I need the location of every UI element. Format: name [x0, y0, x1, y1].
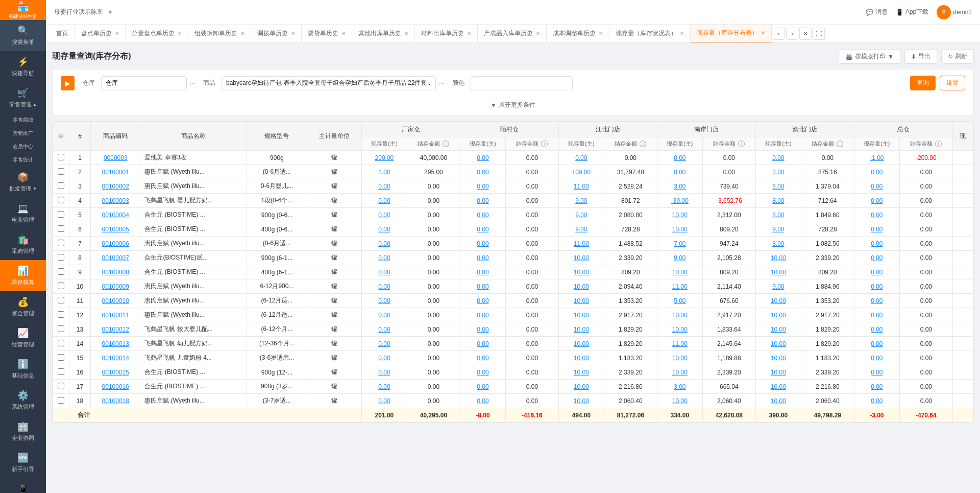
row-wh2-qty[interactable]: 0.00 — [460, 151, 505, 165]
app-download-btn[interactable]: 📱 App下载 — [896, 8, 928, 16]
row-total-qty[interactable]: 0.00 — [854, 179, 899, 194]
row-total-qty[interactable]: 0.00 — [854, 351, 899, 365]
row-code[interactable]: 00100012 — [91, 322, 140, 337]
row-wh4-qty[interactable]: 9.00 — [657, 251, 702, 265]
row-wh2-qty[interactable]: 0.00 — [460, 194, 505, 208]
row-wh5-qty[interactable]: 9.00 — [755, 279, 801, 294]
tab-expand-btn[interactable]: ⛶ — [813, 28, 825, 40]
row-wh1-qty[interactable]: 0.00 — [361, 222, 407, 237]
row-wh4-qty[interactable]: 0.00 — [657, 151, 702, 165]
row-wh1-qty[interactable]: 0.00 — [361, 337, 407, 351]
row-wh4-qty[interactable]: 10.00 — [657, 322, 702, 337]
row-wh5-qty[interactable]: 10.00 — [755, 294, 801, 308]
tab-close-icon[interactable]: ✕ — [178, 31, 182, 36]
tab-product-in[interactable]: 产成品入库单历史 ✕ — [478, 25, 547, 43]
row-wh1-qty[interactable]: 0.00 — [361, 394, 407, 408]
goods-picker-btn[interactable]: ··· — [439, 80, 444, 87]
row-total-qty[interactable]: 0.00 — [854, 337, 899, 351]
row-code[interactable]: 0000003 — [91, 151, 140, 165]
sidebar-item-system[interactable]: ⚙️ 系统管理 — [0, 385, 46, 416]
store-dropdown-icon[interactable]: ▼ — [107, 9, 113, 16]
row-code[interactable]: 00100005 — [91, 222, 140, 237]
row-wh5-qty[interactable]: 10.00 — [755, 351, 801, 365]
row-total-qty[interactable]: 0.00 — [854, 222, 899, 237]
info-icon[interactable]: i — [640, 140, 646, 147]
row-wh1-qty[interactable]: 0.00 — [361, 308, 407, 322]
row-wh1-qty[interactable]: 0.00 — [361, 279, 407, 294]
row-total-qty[interactable]: 0.00 — [854, 265, 899, 279]
row-checkbox[interactable] — [53, 380, 69, 394]
sidebar-item-basic[interactable]: ℹ️ 基础信息 — [0, 354, 46, 385]
row-wh1-qty[interactable]: 0.00 — [361, 194, 407, 208]
row-wh2-qty[interactable]: 0.00 — [460, 251, 505, 265]
tab-close-icon[interactable]: ✕ — [341, 31, 346, 36]
settings-btn[interactable]: 设置 — [940, 76, 965, 90]
row-code[interactable]: 00100009 — [91, 279, 140, 294]
info-icon[interactable]: i — [837, 140, 843, 147]
row-wh5-qty[interactable]: 10.00 — [755, 337, 801, 351]
tab-close-icon[interactable]: ✕ — [536, 31, 540, 36]
row-wh2-qty[interactable]: 0.00 — [460, 365, 505, 380]
row-checkbox[interactable] — [53, 294, 69, 308]
row-wh4-qty[interactable]: 5.00 — [657, 294, 702, 308]
col-settings[interactable]: ⚙ — [53, 122, 69, 151]
row-code[interactable]: 00100003 — [91, 194, 140, 208]
tab-close-icon[interactable]: ✕ — [680, 31, 684, 36]
row-wh5-qty[interactable]: 10.00 — [755, 251, 801, 265]
sidebar-item-operations[interactable]: 📈 经营管理 — [0, 322, 46, 354]
info-icon[interactable]: i — [443, 140, 449, 147]
row-wh3-qty[interactable]: 11.00 — [558, 179, 604, 194]
row-checkbox[interactable] — [53, 279, 69, 294]
row-wh5-qty[interactable]: 8.00 — [755, 194, 801, 208]
row-wh3-qty[interactable]: 10.00 — [558, 294, 604, 308]
row-wh4-qty[interactable]: 10.00 — [657, 351, 702, 365]
row-wh3-qty[interactable]: 9.00 — [558, 194, 604, 208]
row-wh3-qty[interactable]: 10.00 — [558, 251, 604, 265]
warehouse-input[interactable] — [101, 76, 187, 90]
row-wh5-qty[interactable]: 9.00 — [755, 222, 801, 237]
row-wh4-qty[interactable]: 10.00 — [657, 208, 702, 222]
row-wh2-qty[interactable]: 0.00 — [460, 380, 505, 394]
row-wh5-qty[interactable]: 10.00 — [755, 380, 801, 394]
sidebar-item-nav[interactable]: ⚡ 快捷导航 — [0, 51, 46, 82]
row-code[interactable]: 00100016 — [91, 380, 140, 394]
row-wh5-qty[interactable]: 8.00 — [755, 237, 801, 251]
row-wh3-qty[interactable]: 109.00 — [558, 165, 604, 179]
tab-other-out[interactable]: 其他出库单历史 ✕ — [352, 25, 415, 43]
row-wh2-qty[interactable]: 0.00 — [460, 394, 505, 408]
row-wh3-qty[interactable]: 10.00 — [558, 322, 604, 337]
row-total-qty[interactable]: 0.00 — [854, 165, 899, 179]
sidebar-logo[interactable]: 🏪 畅捷通好生意 — [0, 0, 46, 20]
collapse-arrow-btn[interactable]: ▶ — [61, 76, 75, 90]
row-wh2-qty[interactable]: 0.00 — [460, 237, 505, 251]
row-total-qty[interactable]: 0.00 — [854, 194, 899, 208]
row-wh3-qty[interactable]: 11.00 — [558, 237, 604, 251]
row-checkbox[interactable] — [53, 165, 69, 179]
tab-close-icon[interactable]: ✕ — [240, 31, 244, 36]
row-total-qty[interactable]: 0.00 — [854, 322, 899, 337]
tab-stock-status[interactable]: 现存量（库存状况表） ✕ — [609, 25, 691, 43]
row-wh2-qty[interactable]: 0.00 — [460, 279, 505, 294]
row-checkbox[interactable] — [53, 208, 69, 222]
row-checkbox[interactable] — [53, 394, 69, 408]
user-menu[interactable]: E demo2 — [937, 5, 972, 19]
row-checkbox[interactable] — [53, 265, 69, 279]
row-wh5-qty[interactable]: 10.00 — [755, 365, 801, 380]
row-code[interactable]: 00100018 — [91, 394, 140, 408]
row-wh5-qty[interactable]: 10.00 — [755, 308, 801, 322]
row-wh3-qty[interactable]: 0.00 — [558, 151, 604, 165]
row-wh3-qty[interactable]: 10.00 — [558, 337, 604, 351]
row-total-qty[interactable]: 0.00 — [854, 251, 899, 265]
row-wh5-qty[interactable]: 10.00 — [755, 265, 801, 279]
sidebar-item-sub-retail4[interactable]: 零售统计 — [0, 153, 46, 167]
row-wh3-qty[interactable]: 10.00 — [558, 351, 604, 365]
tab-close-icon[interactable]: ✕ — [291, 31, 295, 36]
tab-cost-adjust[interactable]: 成本调整单历史 ✕ — [547, 25, 609, 43]
goods-input[interactable] — [222, 76, 436, 90]
row-wh4-qty[interactable]: 3.00 — [657, 179, 702, 194]
row-wh5-qty[interactable]: 6.00 — [755, 179, 801, 194]
sidebar-item-retail[interactable]: 🛒 零售管理 ▲ — [0, 82, 46, 113]
row-wh3-qty[interactable]: 10.00 — [558, 279, 604, 294]
row-code[interactable]: 00100015 — [91, 365, 140, 380]
row-checkbox[interactable] — [53, 251, 69, 265]
